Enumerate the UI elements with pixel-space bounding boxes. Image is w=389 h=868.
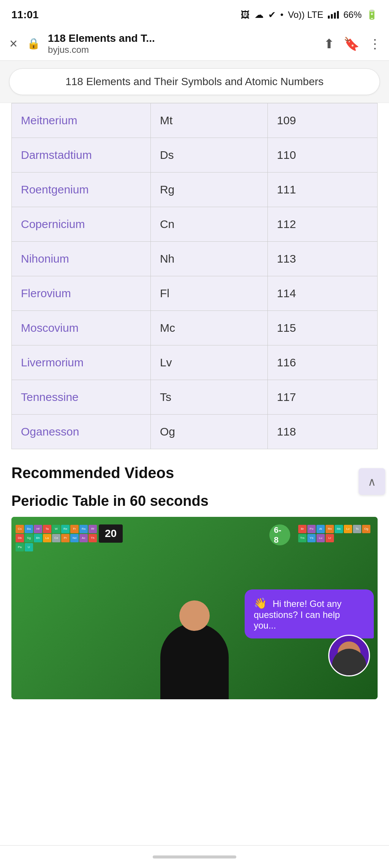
status-bar: 11:01 🖼 ☁ ✔ • Vo)) LTE 66% 🔋 <box>0 0 389 27</box>
cloud-icon: ☁ <box>255 10 264 20</box>
element-atomic-number: 110 <box>268 138 378 173</box>
element-name: Tennessine <box>12 380 151 415</box>
person-body <box>160 623 229 699</box>
check-icon: ✔ <box>268 10 276 20</box>
video-background: Cs Ba Hf Ta W Re Fr Ra Rf Db Sg Bh La Ce… <box>11 517 378 699</box>
table-row: RoentgeniumRg111 <box>12 173 378 207</box>
element-atomic-number: 118 <box>268 415 378 449</box>
element-symbol: Ts <box>150 380 267 415</box>
video-thumbnail[interactable]: Cs Ba Hf Ta W Re Fr Ra Rf Db Sg Bh La Ce… <box>11 517 378 699</box>
table-row: TennessineTs117 <box>12 380 378 415</box>
browser-title-block: 118 Elements and T... byjus.com <box>48 32 316 55</box>
periodic-table-left: Cs Ba Hf Ta W Re Fr Ra Rf Db Sg Bh La Ce… <box>15 524 99 552</box>
share-icon[interactable]: ⬆ <box>324 36 334 51</box>
video-section-title: Periodic Table in 60 seconds <box>11 493 378 509</box>
table-row: MeitneriumMt109 <box>12 103 378 138</box>
element-symbol: Og <box>150 415 267 449</box>
bottom-indicator <box>153 855 236 858</box>
element-name: Darmstadtium <box>12 138 151 173</box>
element-name: Flerovium <box>12 276 151 311</box>
element-symbol: Lv <box>150 345 267 380</box>
element-symbol: Cn <box>150 207 267 242</box>
lock-icon: 🔒 <box>27 37 40 50</box>
signal-bars <box>328 11 339 19</box>
chatbot-person-body <box>332 649 366 675</box>
element-name: Roentgenium <box>12 173 151 207</box>
element-atomic-number: 109 <box>268 103 378 138</box>
recommended-section: ∧ Recommended Videos Periodic Table in 6… <box>0 449 389 707</box>
element-atomic-number: 117 <box>268 380 378 415</box>
battery-icon: 🔋 <box>366 10 378 20</box>
dot-icon: • <box>280 10 283 20</box>
recommended-videos-title: Recommended Videos <box>11 464 378 482</box>
element-name: Meitnerium <box>12 103 151 138</box>
table-row: FleroviumFl114 <box>12 276 378 311</box>
element-atomic-number: 115 <box>268 311 378 345</box>
carrier-text: Vo)) LTE <box>288 10 323 20</box>
more-options-icon[interactable]: ⋮ <box>368 36 381 51</box>
table-row: LivermoriumLv116 <box>12 345 378 380</box>
element-symbol: Mt <box>150 103 267 138</box>
table-row: MoscoviumMc115 <box>12 311 378 345</box>
element-name: Livermorium <box>12 345 151 380</box>
element-symbol: Mc <box>150 311 267 345</box>
search-bar[interactable]: 118 Elements and Their Symbols and Atomi… <box>9 68 380 95</box>
status-time: 11:01 <box>11 9 39 21</box>
person-figure <box>145 600 244 699</box>
table-row: CoperniciumCn112 <box>12 207 378 242</box>
element-name: Nihonium <box>12 242 151 276</box>
scroll-to-top-button[interactable]: ∧ <box>359 468 385 495</box>
element-symbol: Nh <box>150 242 267 276</box>
element-symbol: Ds <box>150 138 267 173</box>
periodic-table-right: Br Po At Rn Mc Lv Ts Og Tm Yb Lu Lr <box>298 524 374 543</box>
element-name: Oganesson <box>12 415 151 449</box>
bookmark-icon[interactable]: 🔖 <box>343 36 359 51</box>
browser-actions: ⬆ 🔖 ⋮ <box>324 36 381 51</box>
table-section: MeitneriumMt109DarmstadtiumDs110Roentgen… <box>0 103 389 449</box>
element-symbol: Rg <box>150 173 267 207</box>
element-atomic-number: 111 <box>268 173 378 207</box>
status-right: 🖼 ☁ ✔ • Vo)) LTE 66% 🔋 <box>241 10 378 20</box>
video-grade-badge: 6-8 <box>269 524 290 545</box>
table-row: OganessonOg118 <box>12 415 378 449</box>
battery-text: 66% <box>343 10 362 20</box>
gallery-icon: 🖼 <box>241 10 250 20</box>
video-number-badge: 20 <box>99 524 123 543</box>
wave-emoji: 👋 <box>254 597 267 609</box>
chatbot-avatar[interactable] <box>328 635 370 676</box>
table-row: DarmstadtiumDs110 <box>12 138 378 173</box>
person-head <box>179 600 210 631</box>
chevron-up-icon: ∧ <box>368 475 376 488</box>
element-name: Moscovium <box>12 311 151 345</box>
chatbot-bubble[interactable]: 👋 Hi there! Got any questions? I can hel… <box>245 589 374 638</box>
browser-domain: byjus.com <box>48 44 316 55</box>
element-atomic-number: 113 <box>268 242 378 276</box>
table-row: NihoniumNh113 <box>12 242 378 276</box>
browser-close-button[interactable]: × <box>8 34 19 54</box>
bottom-nav <box>0 845 389 868</box>
element-atomic-number: 112 <box>268 207 378 242</box>
element-symbol: Fl <box>150 276 267 311</box>
search-bar-container: 118 Elements and Their Symbols and Atomi… <box>0 61 389 103</box>
element-atomic-number: 116 <box>268 345 378 380</box>
element-atomic-number: 114 <box>268 276 378 311</box>
element-name: Copernicium <box>12 207 151 242</box>
elements-table: MeitneriumMt109DarmstadtiumDs110Roentgen… <box>11 103 378 449</box>
browser-toolbar: × 🔒 118 Elements and T... byjus.com ⬆ 🔖 … <box>0 27 389 61</box>
browser-page-title: 118 Elements and T... <box>48 32 316 44</box>
